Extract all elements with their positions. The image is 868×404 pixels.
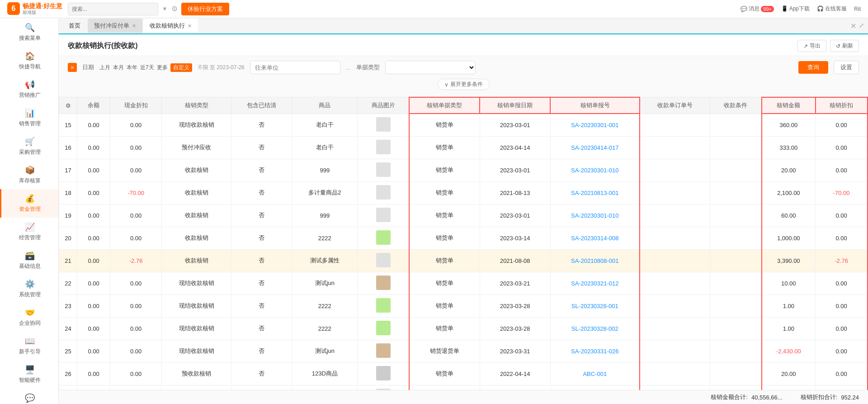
filter-date-range-container: 不限 至 2023-07-26 (198, 64, 245, 71)
sidebar-item-search[interactable]: 🔍 搜索菜单 (0, 18, 58, 47)
sidebar-item-guide[interactable]: 📖 新手引导 (0, 332, 58, 360)
sidebar-item-basic-info[interactable]: 🗃️ 基础信息 (0, 246, 58, 275)
sidebar-item-sales[interactable]: 📊 销售管理 (0, 104, 58, 132)
col-included-clear-header: 包含已结清 (231, 97, 292, 114)
verify-bill-no-link[interactable]: SA-20230414-017 (571, 144, 619, 151)
cell-receipt-order (640, 249, 710, 272)
cell-verify-amount: 20.00 (762, 362, 816, 385)
tab-prepay-close-icon[interactable]: ✕ (132, 23, 136, 29)
sidebar-item-finance[interactable]: 💰 资金管理 (0, 189, 58, 218)
industry-solution-btn[interactable]: 休验行业方案 (181, 3, 229, 15)
filter-date-last-month[interactable]: 上月 (99, 64, 110, 71)
query-btn[interactable]: 查询 (798, 61, 828, 74)
cell-balance: 0.00 (77, 181, 110, 204)
cell-cash-discount: 0.00 (110, 114, 162, 136)
message-btn[interactable]: 💬 消息 99+ (741, 5, 774, 13)
cell-verify-type: 收款核销 (161, 159, 231, 181)
finance-icon: 💰 (25, 194, 35, 204)
filter-date-this-year[interactable]: 本年 (127, 64, 137, 71)
cell-goods: 2222 (292, 227, 358, 249)
col-verify-type-header: 核销类型 (161, 97, 231, 114)
col-settings-header[interactable]: ⚙ (59, 97, 77, 114)
chevron-down-icon: ∨ (444, 81, 448, 88)
sidebar-item-system[interactable]: ⚙️ 系统管理 (0, 275, 58, 303)
expand-more-row: ∨ 展开更多条件 (68, 77, 859, 92)
export-btn[interactable]: ↗ 导出 (797, 40, 826, 52)
col-verify-discount-header: 核销折扣 (816, 97, 868, 114)
sidebar-item-quick-nav[interactable]: 🏠 快捷导航 (0, 47, 58, 75)
cell-verify-amount: 1.00 (762, 317, 816, 340)
sidebar-item-wechat[interactable]: 💬 企业微信 (0, 389, 58, 404)
verify-bill-no-link[interactable]: SA-20230314-008 (571, 235, 619, 242)
online-service-btn[interactable]: 🎧 在线客服 (817, 5, 847, 13)
cell-verify-bill-type: 销货单 (409, 362, 480, 385)
verify-bill-no-link[interactable]: SL-20230328-002 (571, 325, 618, 332)
operation-icon: 📈 (25, 222, 35, 232)
settings-icon[interactable]: ⚙ (171, 5, 178, 13)
filter-date-this-month[interactable]: 本月 (113, 64, 124, 71)
filter-date-label: 日期 (82, 63, 94, 71)
filter-date-custom[interactable]: 自定义 (170, 63, 192, 72)
cell-receipt-condition (710, 136, 762, 159)
sidebar-item-inventory[interactable]: 📦 库存核算 (0, 161, 58, 189)
table-row: 21 0.00 -2.76 收款核销 否 测试多属性 销货单 2021-08-0… (59, 249, 868, 272)
cell-verify-type: 现结收款核销 (161, 295, 231, 317)
sidebar-item-marketing[interactable]: 📢 营销推广 (0, 75, 58, 104)
cell-goods: 123D商品 (292, 362, 358, 385)
verify-bill-no-link[interactable]: SA-20230301-010 (571, 167, 619, 174)
cell-goods-img (358, 159, 410, 181)
cell-receipt-order (640, 136, 710, 159)
verify-bill-no-link[interactable]: ABC-001 (583, 371, 607, 377)
verify-bill-no-link[interactable]: SA-20230321-012 (571, 280, 619, 287)
table-row: 25 0.00 0.00 现结收款核销 否 测试jun 销货退货单 2023-0… (59, 340, 868, 362)
cell-goods: 老白干 (292, 136, 358, 159)
table-container[interactable]: ⚙ 余额 现金折扣 核销类型 包含已结清 商品 商品图片 核销单据类型 核销单报… (59, 97, 868, 390)
sidebar-item-hardware[interactable]: 🖥️ 智能硬件 (0, 360, 58, 389)
tab-verify-close-icon[interactable]: ✕ (188, 23, 192, 29)
refresh-btn[interactable]: ↺ 刷新 (830, 40, 859, 52)
tab-close-window-icon[interactable]: ✕ (850, 22, 856, 30)
cell-cash-discount: 0.00 (110, 136, 162, 159)
cell-goods-img (358, 204, 410, 227)
dropdown-arrow-icon[interactable]: ▼ (162, 5, 168, 12)
verify-bill-no-link[interactable]: SA-20230301-001 (571, 122, 619, 128)
cell-verify-bill-type: 销货单 (409, 295, 480, 317)
sidebar-item-cooperation[interactable]: 🤝 企业协同 (0, 303, 58, 332)
filter-expand-btn[interactable]: » (68, 63, 77, 72)
tab-home[interactable]: 首页 (62, 19, 87, 33)
content-area: 首页 预付冲应付单 ✕ 收款核销执行 ✕ ✕ ⤢ 收款核销执行(按收款) (59, 18, 868, 404)
verify-bill-no-link[interactable]: SA-20230301-010 (571, 212, 619, 219)
cell-cash-discount: 0.00 (110, 317, 162, 340)
settings-btn[interactable]: 设置 (834, 61, 859, 74)
top-search-input[interactable] (68, 3, 158, 15)
tab-verify[interactable]: 收款核销执行 ✕ (143, 19, 198, 33)
cell-verify-discount: 0.00 (816, 204, 868, 227)
verify-bill-no-link[interactable]: SA-20230331-026 (571, 348, 619, 355)
user-info[interactable]: Rit (854, 6, 861, 12)
tab-maximize-icon[interactable]: ⤢ (859, 22, 864, 30)
verify-bill-no-link[interactable]: SA-20210808-001 (571, 257, 619, 264)
footer-total-amount-label: 核销金额合计: (711, 393, 748, 401)
filter-partner-input[interactable] (250, 61, 340, 74)
col-balance-header: 余额 (77, 97, 110, 114)
cell-verify-type: 收款核销 (161, 204, 231, 227)
filter-bill-type-select[interactable] (385, 61, 476, 74)
verify-bill-no-link[interactable]: SA-20210813-001 (571, 190, 619, 196)
cell-verify-discount: 0.00 (816, 340, 868, 362)
cell-verify-bill-date: 2023-03-28 (480, 295, 550, 317)
verify-bill-no-link[interactable]: SL-20230328-001 (571, 303, 618, 309)
tab-prepay[interactable]: 预付冲应付单 ✕ (88, 19, 142, 33)
logo-main-text: 畅捷通·好生意 (23, 2, 62, 10)
cell-goods-img (358, 181, 410, 204)
cell-id: 18 (59, 181, 77, 204)
sidebar-item-purchase[interactable]: 🛒 采购管理 (0, 132, 58, 161)
filter-date-more[interactable]: 更多 (157, 64, 168, 71)
cell-receipt-condition (710, 385, 762, 390)
cell-verify-bill-no: SA-20230301-010 (550, 204, 640, 227)
filter-date-7days[interactable]: 近7天 (140, 64, 154, 71)
app-download-btn[interactable]: 📱 App下载 (781, 5, 810, 13)
cell-verify-bill-no: SA-20230414-017 (550, 136, 640, 159)
sidebar-item-operation[interactable]: 📈 经营管理 (0, 218, 58, 246)
cell-goods: 999 (292, 159, 358, 181)
expand-more-btn[interactable]: ∨ 展开更多条件 (438, 79, 490, 90)
